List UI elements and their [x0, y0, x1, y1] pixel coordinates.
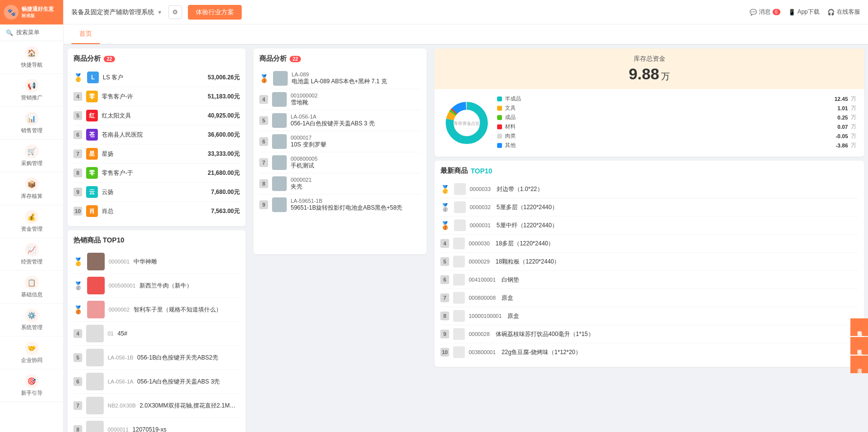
rank-item: 6 苍 苍南县人民医院 36,600.00元 — [73, 125, 240, 144]
product-image — [272, 155, 287, 170]
rank-item: 7 星 星扬 33,333.00元 — [73, 144, 240, 164]
rank-number: 6 — [440, 275, 449, 284]
phone-icon: 📱 — [788, 9, 796, 16]
new-product-item: 🥇 0000033 封边带（1.0*22） — [440, 180, 858, 198]
inventory-legend: 半成品 12.45 万 文具 1.01 万 — [497, 95, 856, 151]
home-icon: 🏠 — [25, 46, 39, 60]
new-products-title: 最新商品 TOP10 — [440, 167, 858, 175]
inventory-icon: 📦 — [25, 177, 39, 191]
new-products-card: 最新商品 TOP10 🥇 0000033 封边带（1.0*22） 🥈 00000… — [434, 161, 864, 367]
medal-gold-icon: 🥇 — [73, 257, 83, 266]
trial-button[interactable]: 体验行业方案 — [188, 5, 242, 20]
left-panel: 商品分析 22 🥇 L LS 客户 53,006.26元 4 零 零售客户-许 — [64, 45, 250, 432]
sidebar-item-purchase[interactable]: 🛒 采购管理 — [0, 140, 63, 172]
medal-silver-icon: 🥈 — [73, 281, 83, 290]
customer-service-button[interactable]: 客服热线 — [850, 318, 868, 336]
sidebar-item-operation[interactable]: 📈 经营管理 — [0, 238, 63, 271]
online-service-button[interactable]: 🎧 在线客服 — [827, 8, 860, 16]
sidebar-search[interactable]: 🔍 搜索菜单 — [0, 24, 63, 41]
customer-ranking-card: 商品分析 22 🥇 L LS 客户 53,006.26元 4 零 零售客户-许 — [68, 48, 246, 226]
dropdown-arrow-icon: ▼ — [157, 9, 162, 15]
product-image-thumb — [453, 310, 465, 322]
rank-number: 8 — [73, 425, 82, 432]
svg-text:库存资金占比: 库存资金占比 — [454, 121, 480, 126]
rank-item: 9 云 云扬 7,680.00元 — [73, 183, 240, 202]
new-product-item: 7 000800008 原盒 — [440, 289, 858, 307]
product-info: 0000017 10S 变刹罗颦 — [291, 135, 421, 149]
rank-number: 9 — [440, 330, 449, 338]
product-sales-list: 🥉 LA-089 电池盖 LA-089 ABS本色+黑种 7.1 克 4 — [259, 68, 421, 215]
product-image — [272, 197, 287, 212]
product-image-thumb — [453, 274, 465, 286]
sidebar-item-finance[interactable]: 💰 资金管理 — [0, 205, 63, 238]
inventory-donut-chart: 库存资金占比 — [442, 98, 491, 147]
rank-item: 5 红 红太阳文具 40,925.00元 — [73, 106, 240, 125]
rank-item: 8 零 零售客户-于 21,680.00元 — [73, 164, 240, 183]
sidebar-item-guide[interactable]: 🎯 新手引导 — [0, 369, 63, 402]
product-rank-item: 5 LA-056-1A 056-1A白色按键开关盖ABS 3 壳 — [259, 110, 421, 131]
sidebar-item-basic[interactable]: 📋 基础信息 — [0, 271, 63, 304]
inventory-chart-area: 库存资金占比 半成品 12.45 万 — [434, 89, 864, 157]
product-image — [272, 176, 287, 191]
rank-item: 🥇 L LS 客户 53,006.26元 — [73, 68, 240, 87]
product-image — [272, 92, 287, 107]
purchase-icon: 🛒 — [25, 144, 39, 158]
logo-icon: 🐾 — [4, 5, 19, 20]
product-image-thumb — [454, 201, 466, 213]
message-icon: 💬 — [750, 9, 757, 16]
marketing-icon: 📢 — [25, 79, 39, 93]
medal-bronze-icon: 🥉 — [440, 221, 450, 230]
hot-products-list: 🥇 0000001 中华神雕 🥈 000500001 新西兰牛肉（新 — [73, 250, 240, 432]
message-button[interactable]: 💬 消息 6 — [750, 8, 780, 16]
rank-number: 9 — [73, 188, 82, 196]
rank-number: 4 — [73, 92, 82, 101]
sales-icon: 📊 — [25, 112, 39, 125]
hot-products-card: 热销商品 TOP10 🥇 0000001 中华神雕 🥈 — [68, 230, 246, 432]
inventory-header: 库存总资金 9.88 万 — [434, 48, 864, 89]
settings-button[interactable]: ⚙ — [168, 5, 182, 19]
sidebar: 🐾 畅捷通好生意 标准版 🔍 搜索菜单 🏠 快捷导航 📢 营销推广 📊 销售管理… — [0, 0, 64, 432]
medal-bronze-icon: 🥉 — [259, 74, 269, 83]
rank-number: 6 — [259, 137, 268, 146]
rank-number: 7 — [259, 158, 268, 167]
product-image-thumb — [453, 346, 465, 358]
tab-home[interactable]: 首页 — [71, 24, 100, 44]
hot-product-item: 5 LA-056-1B 056-1B白色按键开关壳ABS2壳 — [73, 346, 240, 370]
product-sales-card: 商品分析 22 🥉 LA-089 电池盖 LA-089 ABS本色+黑种 7.1… — [253, 48, 427, 254]
product-image-thumb — [453, 328, 465, 340]
live-button[interactable]: 直播 — [850, 356, 868, 373]
new-products-list: 🥇 0000033 封边带（1.0*22） 🥈 0000032 5厘多层（122… — [440, 180, 858, 361]
customer-avatar: L — [87, 72, 99, 83]
customer-avatar: 云 — [86, 186, 98, 198]
product-image — [272, 134, 287, 149]
search-icon: 🔍 — [6, 29, 13, 36]
product-image — [86, 397, 104, 414]
sidebar-item-marketing[interactable]: 📢 营销推广 — [0, 74, 63, 107]
sidebar-item-enterprise[interactable]: 🤝 企业协同 — [0, 336, 63, 369]
community-button[interactable]: 服务社区 — [850, 337, 868, 355]
customer-avatar: 星 — [86, 148, 98, 160]
product-rank-item: 9 LA-59651-1B 59651-1B旋转投影灯电池盒ABS黑色+58壳 — [259, 194, 421, 215]
rank-number: 7 — [440, 293, 449, 302]
rank-number: 4 — [440, 239, 449, 248]
app-download-button[interactable]: 📱 App下载 — [788, 8, 820, 16]
rank-number: 5 — [259, 116, 268, 125]
product-image — [87, 301, 105, 318]
rank-number: 6 — [73, 377, 82, 386]
rank-number: 8 — [259, 179, 268, 188]
rank-number: 5 — [73, 111, 82, 120]
sidebar-item-sales[interactable]: 📊 销售管理 — [0, 107, 63, 140]
sidebar-item-system[interactable]: ⚙️ 系统管理 — [0, 304, 63, 336]
product-image — [273, 71, 288, 86]
legend-item-finished: 成品 0.25 万 — [497, 114, 856, 121]
product-image-thumb — [454, 183, 466, 195]
legend-color-dot — [497, 106, 502, 111]
rank-item: 10 肖 肖总 7,563.00元 — [73, 202, 240, 220]
product-rank-item: 🥉 LA-089 电池盖 LA-089 ABS本色+黑种 7.1 克 — [259, 68, 421, 89]
product-image-thumb — [453, 256, 465, 267]
product-image-thumb — [453, 238, 465, 249]
customer-ranking-list: 🥇 L LS 客户 53,006.26元 4 零 零售客户-许 51,183.0… — [73, 68, 240, 220]
legend-color-dot — [497, 115, 502, 120]
sidebar-item-inventory[interactable]: 📦 库存核算 — [0, 172, 63, 205]
sidebar-item-quicknav[interactable]: 🏠 快捷导航 — [0, 41, 63, 74]
